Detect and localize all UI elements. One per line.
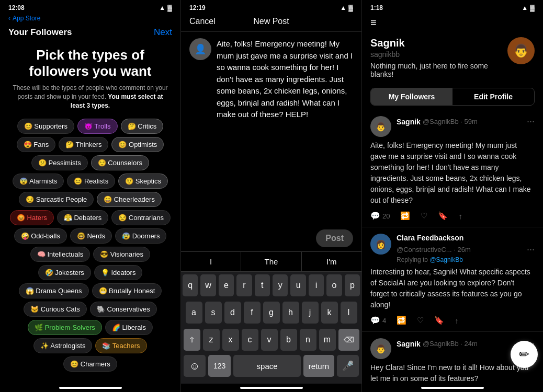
home-indicator-3 [421,387,484,389]
post-1-comment[interactable]: 💬20 [370,211,390,221]
menu-icon[interactable]: ≡ [370,17,377,29]
key-k[interactable]: k [321,302,338,324]
key-g[interactable]: g [263,302,280,324]
key-c[interactable]: c [242,329,258,351]
key-y[interactable]: y [273,274,288,296]
compose-button[interactable]: ✏ [511,341,538,368]
emoji-key[interactable]: ☺ [184,355,206,377]
post-body-text[interactable]: Aite, folks! Emergency meeting! My mum j… [217,38,353,223]
tag-haters[interactable]: 😡 Haters [10,210,54,225]
key-i[interactable]: i [309,274,324,296]
post-1-handle: @SagnikBb · 59m [423,118,478,125]
key-a[interactable]: a [186,302,202,324]
tag-visionaries[interactable]: 😎 Visionaries [93,247,150,262]
key-l[interactable]: l [341,302,357,324]
key-p[interactable]: p [345,274,360,296]
tag-supporters[interactable]: 😊 Supporters [17,119,74,134]
new-post-header: Cancel New Post [181,14,361,32]
post-2-repost[interactable]: 🔁 [397,316,406,325]
key-v[interactable]: v [261,329,278,351]
key-d[interactable]: d [224,302,241,324]
key-t[interactable]: t [255,274,270,296]
tag-trolls[interactable]: 😈 Trolls [77,119,118,134]
tag-doomers[interactable]: 😰 Doomers [115,228,166,244]
key-f[interactable]: f [244,302,261,324]
tag-jokesters[interactable]: 🤣 Jokesters [38,265,91,280]
key-z[interactable]: z [203,329,220,351]
key-o[interactable]: o [326,274,342,296]
tag-liberals[interactable]: 🌈 Liberals [105,320,153,335]
tag-debaters[interactable]: 😤 Debaters [57,210,108,225]
return-key[interactable]: return [303,355,334,377]
key-s[interactable]: s [205,302,222,324]
autocomplete-im[interactable]: I'm [302,252,361,271]
repost-icon: 🔁 [400,211,410,221]
key-shift[interactable]: ⇧ [184,329,200,351]
tag-contrarians[interactable]: 😒 Contrarians [111,210,171,225]
post-1-like[interactable]: ♡ [421,211,427,221]
key-delete[interactable]: ⌫ [338,329,359,351]
autocomplete-i[interactable]: I [181,252,241,271]
tag-realists[interactable]: 😐 Realists [67,174,115,189]
tag-critics[interactable]: 🤔 Critics [121,119,164,134]
tag-intellectuals[interactable]: 🧠 Intellectuals [30,247,90,262]
key-q[interactable]: q [183,274,198,296]
tag-thinkers[interactable]: 🤔 Thinkers [59,137,108,152]
tag-ideators[interactable]: 💡 Ideators [94,265,143,280]
post-1-repost[interactable]: 🔁 [400,211,410,221]
post-1-bookmark[interactable]: 🔖 [438,211,448,221]
tag-honest[interactable]: 😬 Brutally Honest [92,283,162,298]
tag-nerds[interactable]: 🤓 Nerds [70,228,112,244]
key-m[interactable]: m [319,329,336,351]
kb-row-2: a s d f g h j k l [181,299,361,326]
post-2-like[interactable]: ♡ [417,316,424,325]
tag-cheerleaders[interactable]: 😄 Cheerleaders [97,192,162,207]
post-1-dots[interactable]: ··· [527,116,535,127]
key-x[interactable]: x [222,329,239,351]
mic-key[interactable]: 🎤 [337,355,359,377]
cancel-button[interactable]: Cancel [189,17,216,26]
tag-curious[interactable]: 🐱 Curious Cats [24,302,87,317]
tag-counselors[interactable]: 😌 Counselors [91,155,149,170]
tag-conservatives[interactable]: 🐘 Conservatives [90,302,157,317]
tag-skeptics[interactable]: 🤨 Skeptics [118,174,168,189]
post-2-avatar: 👩 [370,234,391,255]
key-e[interactable]: e [219,274,234,296]
post-2-share[interactable]: ↑ [455,316,459,325]
space-key[interactable]: space [233,355,300,377]
tab-my-followers[interactable]: My Followers [371,88,452,105]
post-2-dots[interactable]: ··· [527,244,535,255]
profile-info: Sagnik sagnikbb Nothing much, just here … [370,37,501,78]
key-n[interactable]: n [300,329,316,351]
post-1-share[interactable]: ↑ [458,211,462,221]
tag-astrologists[interactable]: ✨ Astrologists [33,338,92,353]
next-button[interactable]: Next [154,27,172,38]
post-2-bookmark[interactable]: 🔖 [434,316,444,325]
tag-pessimists[interactable]: 😕 Pessimists [31,155,88,170]
key-w[interactable]: w [200,274,216,296]
autocomplete-the[interactable]: The [241,252,301,271]
post-button[interactable]: Post [316,229,353,247]
key-b[interactable]: b [280,329,297,351]
numbers-key[interactable]: 123 [208,355,231,377]
tag-sarcastic[interactable]: 😏 Sarcastic People [19,192,94,207]
post-2-meta: Clara Feedbackson @ConstructiveC... · 26… [397,234,535,263]
tag-charmers[interactable]: 😊 Charmers [63,356,117,372]
tab-edit-profile[interactable]: Edit Profile [452,88,534,105]
tag-optimists[interactable]: 😊 Optimists [111,137,164,152]
tag-drama[interactable]: 😱 Drama Queens [19,283,89,298]
tag-oddballs[interactable]: 🤪 Odd-balls [14,228,67,244]
key-j[interactable]: j [302,302,319,324]
post-2-comment[interactable]: 💬4 [370,316,386,325]
key-r[interactable]: r [236,274,252,296]
tag-fans[interactable]: 😍 Fans [17,137,56,152]
tag-teachers[interactable]: 📚 Teachers [95,338,146,353]
tag-alarmists[interactable]: 😨 Alarmists [13,174,64,189]
reply-handle[interactable]: @SagnikBb [429,256,463,263]
key-u[interactable]: u [290,274,306,296]
tags-row-2: 😍 Fans 🤔 Thinkers 😊 Optimists [17,137,164,152]
status-icons-2: ▲ ▓ [340,4,353,11]
key-h[interactable]: h [282,302,299,324]
app-store-back[interactable]: ‹ App Store [0,14,180,24]
tag-problem-solvers[interactable]: 🌿 Problem-Solvers [28,320,102,335]
